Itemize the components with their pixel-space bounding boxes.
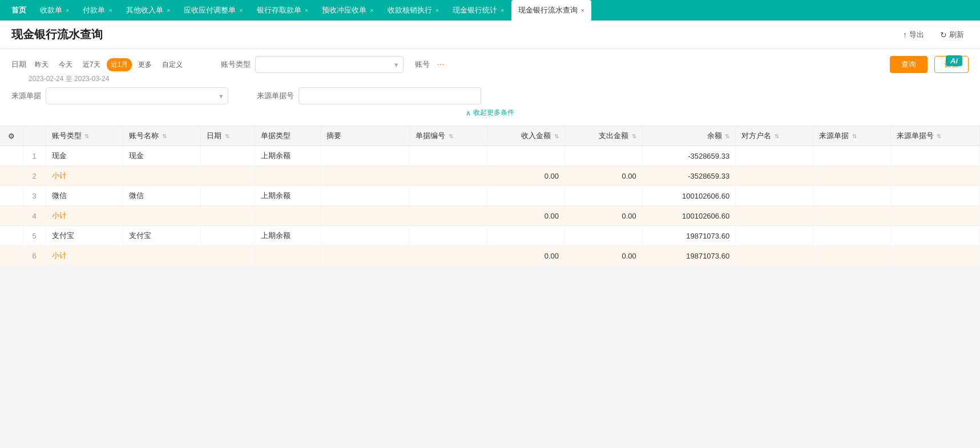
nav-receipts-label: 收款单 xyxy=(40,5,62,15)
row-source-doc xyxy=(813,226,890,246)
nav-bank-deposits-close[interactable]: × xyxy=(305,7,308,14)
page-header: 现金银行流水查询 ↑ 导出 ↻ 刷新 xyxy=(0,21,980,49)
row-doc-no xyxy=(410,146,487,166)
row-date xyxy=(201,206,255,226)
nav-home-label: 首页 xyxy=(11,5,26,15)
sort-source-doc-no-icon: ⇅ xyxy=(937,133,941,139)
source-doc-select[interactable]: ▾ xyxy=(46,87,228,104)
row-source-doc xyxy=(813,186,890,206)
row-doc-type: 上期余额 xyxy=(255,226,320,246)
nav-collection-exec-close[interactable]: × xyxy=(435,7,439,14)
row-gear xyxy=(0,226,23,246)
nav-cash-bank-flow-close[interactable]: × xyxy=(581,7,584,14)
row-income xyxy=(487,146,565,166)
th-gear[interactable]: ⚙ xyxy=(0,126,23,146)
sort-counterparty-icon: ⇅ xyxy=(775,133,779,139)
nav-prepay-offset[interactable]: 预收冲应收单 × xyxy=(315,0,380,21)
row-income: 0.00 xyxy=(487,166,565,186)
source-doc-no-label: 来源单据号 xyxy=(257,91,294,101)
export-button[interactable]: ↑ 导出 xyxy=(898,27,929,42)
th-account-name[interactable]: 账号名称 ⇅ xyxy=(123,126,201,146)
nav-prepay-offset-close[interactable]: × xyxy=(370,7,373,14)
source-doc-arrow-icon: ▾ xyxy=(219,92,223,100)
row-summary xyxy=(320,206,410,226)
query-button[interactable]: 查询 xyxy=(890,56,927,73)
date-btn-yesterday[interactable]: 昨天 xyxy=(31,58,53,71)
nav-bank-deposits-label: 银行存取款单 xyxy=(257,5,301,15)
table-row: 1 现金 现金 上期余额 -3528659.33 xyxy=(0,146,980,166)
row-expense: 0.00 xyxy=(565,246,643,266)
date-btn-today[interactable]: 今天 xyxy=(55,58,76,71)
sort-account-type-icon: ⇅ xyxy=(84,133,89,139)
sort-income-icon: ⇅ xyxy=(554,133,559,139)
row-date xyxy=(201,186,255,206)
row-expense xyxy=(565,146,643,166)
row-doc-no xyxy=(410,226,487,246)
table-row: 5 支付宝 支付宝 上期余额 19871073.60 xyxy=(0,226,980,246)
nav-other-income-label: 其他收入单 xyxy=(126,5,163,15)
nav-other-income[interactable]: 其他收入单 × xyxy=(119,0,177,21)
sort-balance-icon: ⇅ xyxy=(725,133,729,139)
filter-row-1: 日期 昨天 今天 近7天 近1月 更多 自定义 账号类型 ▾ 账号 ··· xyxy=(11,56,969,73)
th-source-doc-no[interactable]: 来源单据号 ⇅ xyxy=(890,126,979,146)
th-balance[interactable]: 余额 ⇅ xyxy=(642,126,735,146)
row-gear xyxy=(0,186,23,206)
row-balance: -3528659.33 xyxy=(642,146,735,166)
table-header-row: ⚙ 账号类型 ⇅ 账号名称 ⇅ 日期 ⇅ 单据类型 xyxy=(0,126,980,146)
th-source-doc[interactable]: 来源单据 ⇅ xyxy=(813,126,890,146)
source-doc-no-input[interactable] xyxy=(299,87,481,104)
main-content: ⚙ 账号类型 ⇅ 账号名称 ⇅ 日期 ⇅ 单据类型 xyxy=(0,126,980,266)
nav-bank-deposits[interactable]: 银行存取款单 × xyxy=(250,0,315,21)
account-type-select[interactable]: ▾ xyxy=(255,56,404,73)
account-filter-group: 账号 ··· xyxy=(415,59,446,70)
table-row: 3 微信 微信 上期余额 100102606.60 xyxy=(0,186,980,206)
row-expense: 0.00 xyxy=(565,166,643,186)
th-date[interactable]: 日期 ⇅ xyxy=(201,126,255,146)
table-row: 6 小计 0.00 0.00 19871073.60 xyxy=(0,246,980,266)
row-source-doc-no xyxy=(890,166,979,186)
row-balance: -3528659.33 xyxy=(642,166,735,186)
th-doc-no[interactable]: 单据编号 ⇅ xyxy=(410,126,487,146)
th-account-type[interactable]: 账号类型 ⇅ xyxy=(46,126,123,146)
th-income[interactable]: 收入金额 ⇅ xyxy=(487,126,565,146)
row-income: 0.00 xyxy=(487,246,565,266)
row-balance: 100102606.60 xyxy=(642,206,735,226)
row-doc-no xyxy=(410,166,487,186)
row-num: 4 xyxy=(23,206,46,226)
row-source-doc-no xyxy=(890,226,979,246)
row-expense xyxy=(565,226,643,246)
nav-receipts-close[interactable]: × xyxy=(66,7,69,14)
nav-collection-exec[interactable]: 收款核销执行 × xyxy=(381,0,446,21)
nav-other-income-close[interactable]: × xyxy=(167,7,170,14)
row-source-doc-no xyxy=(890,246,979,266)
nav-cash-bank-flow[interactable]: 现金银行流水查询 × xyxy=(511,0,591,21)
row-summary xyxy=(320,246,410,266)
date-btn-more[interactable]: 更多 xyxy=(134,58,156,71)
table-row: 2 小计 0.00 0.00 -3528659.33 xyxy=(0,166,980,186)
th-counterparty[interactable]: 对方户名 ⇅ xyxy=(736,126,813,146)
row-gear xyxy=(0,246,23,266)
ai-badge[interactable]: Ai xyxy=(946,55,962,66)
date-btn-custom[interactable]: 自定义 xyxy=(158,58,187,71)
th-expense[interactable]: 支出金额 ⇅ xyxy=(565,126,643,146)
account-dots-button[interactable]: ··· xyxy=(434,59,446,70)
row-num: 5 xyxy=(23,226,46,246)
row-account-type: 小计 xyxy=(46,246,123,266)
nav-receipts[interactable]: 收款单 × xyxy=(33,0,76,21)
collapse-bar[interactable]: ∧ 收起更多条件 xyxy=(11,104,969,119)
nav-adjustments[interactable]: 应收应付调整单 × xyxy=(177,0,249,21)
nav-home[interactable]: 首页 xyxy=(5,0,33,21)
row-counterparty xyxy=(736,206,813,226)
nav-cash-bank-stats-close[interactable]: × xyxy=(501,7,504,14)
refresh-button[interactable]: ↻ 刷新 xyxy=(935,27,969,42)
date-btn-last1m[interactable]: 近1月 xyxy=(107,58,132,71)
nav-cash-bank-stats[interactable]: 现金银行统计 × xyxy=(446,0,511,21)
nav-payments-close[interactable]: × xyxy=(108,7,112,14)
row-source-doc-no xyxy=(890,206,979,226)
date-btn-last7[interactable]: 近7天 xyxy=(79,58,104,71)
row-account-name xyxy=(123,246,201,266)
nav-adjustments-close[interactable]: × xyxy=(239,7,243,14)
row-counterparty xyxy=(736,226,813,246)
nav-payments[interactable]: 付款单 × xyxy=(76,0,119,21)
row-doc-no xyxy=(410,186,487,206)
